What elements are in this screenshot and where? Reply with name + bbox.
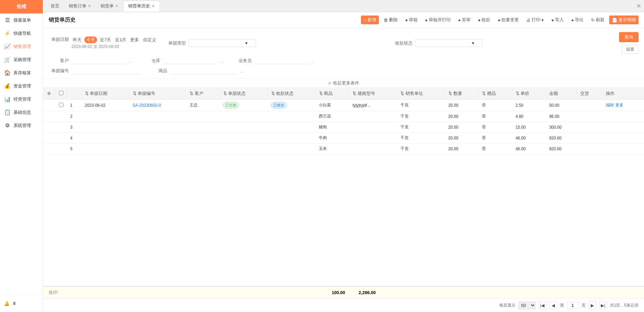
tab-sales-history[interactable]: 销货单历史 ✕ [123, 1, 160, 11]
tab-close-sales-order[interactable]: ✕ [88, 4, 91, 8]
refresh-button[interactable]: ↻ 刷新 [588, 16, 607, 24]
cell-checkbox[interactable] [55, 122, 67, 133]
page-size-select[interactable]: 50 100 200 [518, 302, 536, 309]
cell-checkbox[interactable] [55, 100, 67, 111]
th-row-num [67, 88, 81, 100]
cell-customer [186, 133, 220, 144]
export-button[interactable]: ● 导出 [568, 16, 586, 24]
sidebar-item-basic-info[interactable]: 📋 基础信息 [0, 106, 43, 119]
th-gift[interactable]: ⇅ 赠品 [478, 88, 512, 100]
sidebar-item-sys-mgmt[interactable]: ⚙ 系统管理 [0, 119, 43, 132]
print-button[interactable]: 🖨 打印 ▾ [524, 16, 547, 24]
warehouse-ellipsis[interactable]: ... [220, 58, 223, 63]
goods-label: 商品 [147, 68, 167, 74]
th-qty[interactable]: ⇅ 数量 [445, 88, 479, 100]
collect-button[interactable]: ● 收款 [475, 16, 493, 24]
th-doc-status[interactable]: ⇅ 单据状态 [220, 88, 268, 100]
sidebar-item-quick-nav[interactable]: ⚡ 快捷导航 [0, 27, 43, 40]
date-custom-btn[interactable]: 自定义 [142, 36, 158, 43]
import-button[interactable]: ● 导入 [549, 16, 566, 24]
cell-doc-no[interactable] [129, 122, 186, 133]
th-payment-status[interactable]: ⇅ 收款状态 [268, 88, 315, 100]
cell-doc-no[interactable]: SA-20230602-0 [129, 100, 186, 111]
th-settings[interactable]: ⚙ [43, 88, 55, 100]
filter-row-1: 单据日期 昨天 今天 近7天 近1月 更多 自定义 2023-06-02 至 2… [49, 32, 639, 54]
goods-input[interactable] [170, 68, 237, 74]
query-button[interactable]: 查询 [619, 32, 639, 42]
show-detail-button[interactable]: 📄 显示明细 [609, 16, 639, 24]
cell-unit: 千克 [397, 100, 445, 111]
customer-ellipsis[interactable]: ... [128, 58, 132, 63]
first-page-button[interactable]: |◀ [538, 301, 547, 309]
salesperson-input[interactable] [254, 57, 308, 64]
salesperson-label: 业务员 [231, 58, 252, 64]
print-icon: 🖨 [526, 18, 531, 23]
sidebar-item-operations[interactable]: 📊 经营管理 [0, 93, 43, 106]
doc-no-input[interactable] [72, 68, 139, 74]
th-doc-date[interactable]: ⇅ 单据日期 [81, 88, 129, 100]
th-unit-price[interactable]: ⇅ 单价 [512, 88, 546, 100]
cell-unit: 千克 [397, 144, 445, 154]
warehouse-input[interactable] [163, 57, 217, 64]
tab-close-sales-goods[interactable]: ✕ [115, 4, 118, 8]
cell-checkbox[interactable] [55, 111, 67, 122]
sidebar-item-sales[interactable]: 📈 销售管理 [0, 40, 43, 53]
edit-action-btn[interactable]: 编辑 [606, 103, 614, 107]
sidebar-item-purchase[interactable]: 🛒 采购管理 [0, 53, 43, 66]
th-spec[interactable]: ⇅ 规格型号 [349, 88, 397, 100]
date-last7-btn[interactable]: 近7天 [99, 36, 112, 43]
search-menu-icon: ☰ [4, 17, 11, 23]
next-page-button[interactable]: ▶ [588, 301, 596, 309]
cell-transaction [577, 111, 603, 122]
doc-type-select[interactable]: ▾ [189, 39, 256, 47]
tab-sales-order[interactable]: 销售订单 ✕ [64, 1, 96, 11]
last-page-button[interactable]: ▶| [599, 301, 607, 309]
page-number-input[interactable] [567, 302, 579, 309]
delete-button[interactable]: 🗑 删除 [381, 16, 400, 24]
collapse-row[interactable]: ∧ 收起更多条件 [43, 79, 644, 88]
cell-customer [186, 144, 220, 154]
date-more-btn[interactable]: 更多 [129, 36, 140, 43]
th-doc-no[interactable]: ⇅ 单据编号 [129, 88, 186, 100]
date-today-btn[interactable]: 今天 [84, 36, 97, 43]
date-yesterday-btn[interactable]: 昨天 [72, 36, 83, 43]
th-unit[interactable]: ⇅ 销售单位 [397, 88, 445, 100]
cell-doc-no[interactable] [129, 133, 186, 144]
th-checkbox[interactable] [55, 88, 67, 100]
abandon-button[interactable]: ● 弃审 [455, 16, 473, 24]
goods-ellipsis[interactable]: ... [240, 69, 244, 74]
cell-action [603, 122, 644, 133]
tab-close-sales-history[interactable]: ✕ [151, 4, 155, 8]
salesperson-ellipsis[interactable]: ... [311, 58, 315, 63]
review-button[interactable]: ● 审核 [402, 16, 420, 24]
cell-checkbox[interactable] [55, 144, 67, 154]
payment-status-select[interactable]: ▾ [415, 39, 483, 47]
tab-sales-goods[interactable]: 销货单 ✕ [96, 1, 123, 11]
cell-doc-no[interactable] [129, 144, 186, 154]
row-checkbox[interactable] [59, 103, 63, 107]
select-all-checkbox[interactable] [59, 91, 63, 95]
cell-amount: 50.00 [546, 100, 577, 111]
sidebar-item-search-menu[interactable]: ☰ 搜索菜单 [0, 14, 43, 27]
sidebar-notification[interactable]: 🔔 ⏸ [0, 297, 43, 309]
sidebar-item-finance[interactable]: 💰 资金管理 [0, 79, 43, 93]
cell-amount: 920.00 [546, 133, 577, 144]
sidebar-item-inventory[interactable]: 🏠 库存核算 [0, 66, 43, 79]
close-all-tabs-button[interactable]: ✕ [636, 2, 641, 10]
review-print-button[interactable]: ● 审核并打印 [422, 16, 453, 24]
table-body: 1 2023-06-02 SA-20230602-0 王总 已生效 已收款 小白… [43, 100, 644, 154]
sidebar-item-label: 采购管理 [13, 57, 31, 63]
cell-checkbox[interactable] [55, 133, 67, 144]
batch-change-button[interactable]: ● 批量变更 [495, 16, 522, 24]
review-icon: ● [405, 18, 408, 23]
date-last-month-btn[interactable]: 近1月 [114, 36, 128, 43]
cell-doc-no[interactable] [129, 111, 186, 122]
prev-page-button[interactable]: ◀ [549, 301, 557, 309]
th-customer[interactable]: ⇅ 客户 [186, 88, 220, 100]
th-goods[interactable]: ⇅ 商品 [315, 88, 349, 100]
customer-input[interactable] [72, 57, 125, 64]
add-button[interactable]: + 新增 [361, 16, 379, 24]
tab-home[interactable]: 首页 [46, 1, 64, 11]
settings-button[interactable]: 设置 [622, 45, 639, 54]
more-action-btn[interactable]: 更多 [615, 103, 623, 107]
